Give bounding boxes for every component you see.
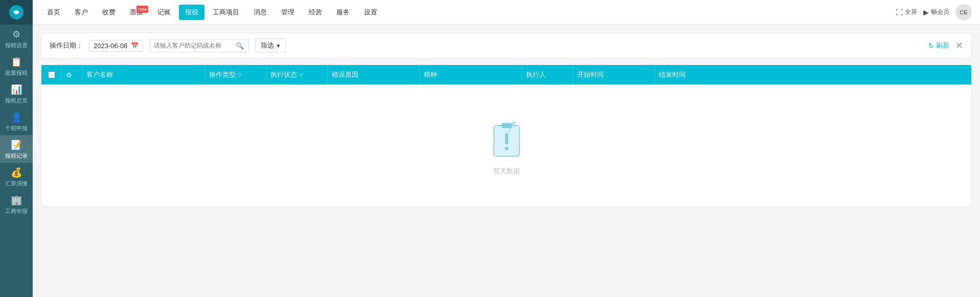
sidebar-item-geshuishenb[interactable]: 👤 个税申报 bbox=[0, 108, 33, 135]
fullscreen-icon: ⛶ bbox=[896, 8, 903, 16]
refresh-icon: ↻ bbox=[928, 42, 934, 50]
nav-item-baoshui[interactable]: 报税 bbox=[179, 5, 204, 20]
exec-status-filter-icon[interactable]: ▽ bbox=[299, 72, 303, 78]
date-value: 2023-06-06 bbox=[94, 42, 128, 50]
app-logo[interactable] bbox=[0, 0, 33, 25]
content-area: 操作日期： 2023-06-06 📅 🔍 筛选 ▼ ↻ bbox=[33, 25, 980, 297]
member-icon: ▶ bbox=[923, 8, 929, 16]
filter-bar: 操作日期： 2023-06-06 📅 🔍 筛选 ▼ ↻ bbox=[41, 33, 972, 58]
page-content: 操作日期： 2023-06-06 📅 🔍 筛选 ▼ ↻ bbox=[33, 25, 980, 297]
empty-clipboard-icon bbox=[484, 115, 530, 166]
sidebar-item-gongshangni[interactable]: 🏢 工商年报 bbox=[0, 190, 33, 218]
nav-item-shezhi[interactable]: 设置 bbox=[358, 5, 383, 20]
sidebar-item-label: 汇算清缴 bbox=[5, 180, 28, 187]
search-input[interactable] bbox=[150, 40, 232, 51]
select-all-checkbox[interactable] bbox=[48, 71, 55, 78]
calendar-icon: 📅 bbox=[131, 42, 139, 49]
nav-item-fuwu[interactable]: 服务 bbox=[330, 5, 356, 20]
settings-icon[interactable]: ⚙ bbox=[66, 71, 72, 79]
search-icon: 🔍 bbox=[236, 42, 244, 50]
piliangbaoshui-icon: 📋 bbox=[11, 56, 22, 68]
gongshangni-icon: 🏢 bbox=[11, 195, 22, 206]
search-button[interactable]: 🔍 bbox=[232, 40, 248, 52]
op-type-filter-icon[interactable]: ▽ bbox=[238, 72, 242, 78]
th-settings: ⚙ bbox=[62, 65, 82, 84]
sidebar-item-label: 报税总览 bbox=[5, 97, 28, 104]
nav-item-piaoju[interactable]: 票据 new bbox=[124, 5, 149, 20]
sidebar-item-baoshuishezhi[interactable]: ⚙ 报税设置 bbox=[0, 25, 33, 52]
sidebar-item-piliangbaoshui[interactable]: 📋 批量报税 bbox=[0, 52, 33, 80]
th-op-type: 操作类型 ▽ bbox=[205, 65, 266, 84]
main-area: 首页 客户 收费 票据 new 记账 报税 工商项目 消息 bbox=[33, 0, 980, 297]
nav-item-xiaoxi[interactable]: 消息 bbox=[247, 5, 273, 20]
topnav-right: ⛶ 全屏 ▶ 畅会员 CE bbox=[896, 4, 972, 20]
th-executor: 执行人 bbox=[522, 65, 573, 84]
refresh-button[interactable]: ↻ 刷新 bbox=[928, 41, 949, 50]
table-container: ⚙ 客户名称 操作类型 ▽ 执行状态 ▽ 错误原因 bbox=[41, 65, 972, 207]
th-tax-type: 税种 bbox=[420, 65, 522, 84]
date-picker[interactable]: 2023-06-06 📅 bbox=[89, 40, 143, 52]
sidebar-item-label: 报税设置 bbox=[5, 41, 28, 49]
svg-rect-5 bbox=[502, 123, 512, 128]
baoshuizonglan-icon: 📊 bbox=[11, 84, 22, 95]
th-customer: 客户名称 bbox=[82, 65, 205, 84]
sidebar-item-label: 报税记录 bbox=[5, 152, 28, 160]
piaoju-badge: new bbox=[136, 6, 148, 13]
th-exec-status: 执行状态 ▽ bbox=[266, 65, 328, 84]
nav-item-shoufei[interactable]: 收费 bbox=[96, 5, 122, 20]
filter-button[interactable]: 筛选 ▼ bbox=[255, 38, 287, 53]
th-checkbox[interactable] bbox=[41, 65, 62, 84]
chevron-down-icon: ▼ bbox=[276, 43, 281, 49]
nav-items: 首页 客户 收费 票据 new 记账 报税 工商项目 消息 bbox=[41, 5, 896, 20]
search-box: 🔍 bbox=[149, 39, 249, 52]
sidebar-item-label: 工商年报 bbox=[5, 207, 28, 215]
nav-item-jingying[interactable]: 经营 bbox=[303, 5, 328, 20]
topnav: 首页 客户 收费 票据 new 记账 报税 工商项目 消息 bbox=[33, 0, 980, 25]
th-error-reason: 错误原因 bbox=[328, 65, 420, 84]
nav-item-kehu[interactable]: 客户 bbox=[69, 5, 94, 20]
baosuijilu-icon: 📝 bbox=[11, 139, 22, 151]
fullscreen-btn[interactable]: ⛶ 全屏 bbox=[896, 8, 917, 16]
empty-state: 暂无数据 bbox=[41, 84, 971, 206]
nav-item-jizhang[interactable]: 记账 bbox=[151, 5, 177, 20]
sidebar-item-huisuanqingm[interactable]: 💰 汇算清缴 bbox=[0, 163, 33, 190]
nav-item-gongshangxiangm[interactable]: 工商项目 bbox=[207, 5, 245, 20]
filter-label-text: 筛选 bbox=[261, 41, 274, 50]
member-btn[interactable]: ▶ 畅会员 bbox=[923, 8, 949, 16]
close-button[interactable]: ✕ bbox=[955, 40, 963, 51]
geshuishenb-icon: 👤 bbox=[11, 112, 22, 123]
date-label: 操作日期： bbox=[50, 41, 83, 50]
sidebar-item-baosuijilu[interactable]: 📝 报税记录 bbox=[0, 135, 33, 163]
nav-item-shouye[interactable]: 首页 bbox=[41, 5, 66, 20]
baoshuishezhi-icon: ⚙ bbox=[12, 29, 20, 40]
nav-item-guanli[interactable]: 管理 bbox=[275, 5, 301, 20]
svg-rect-6 bbox=[505, 133, 508, 144]
svg-point-7 bbox=[505, 147, 508, 151]
sidebar-item-baoshuizonglan[interactable]: 📊 报税总览 bbox=[0, 80, 33, 108]
empty-text: 暂无数据 bbox=[493, 166, 520, 176]
table-header: ⚙ 客户名称 操作类型 ▽ 执行状态 ▽ 错误原因 bbox=[41, 65, 971, 84]
sidebar-item-label: 个税申报 bbox=[5, 124, 28, 132]
th-end-time: 结束时间 bbox=[655, 65, 726, 84]
th-start-time: 开始时间 bbox=[573, 65, 655, 84]
sidebar-item-label: 批量报税 bbox=[5, 69, 28, 77]
sidebar: ⚙ 报税设置 📋 批量报税 📊 报税总览 👤 个税申报 📝 报税记录 💰 汇算清… bbox=[0, 0, 33, 297]
user-avatar[interactable]: CE bbox=[955, 4, 972, 20]
huisuanqingm-icon: 💰 bbox=[11, 167, 22, 178]
